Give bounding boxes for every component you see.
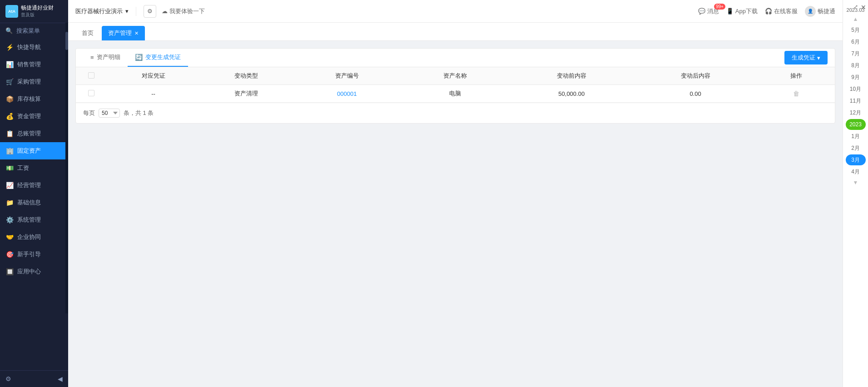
col-header-action: 操作 bbox=[757, 67, 835, 85]
sidebar-scroll: 🔍 搜索菜单 ⚡ 快捷导航 📊 销售管理 🛒 采购管理 📦 库存核算 💰 资金管… bbox=[0, 23, 68, 370]
sidebar-item-system[interactable]: ⚙️ 系统管理 bbox=[0, 211, 68, 228]
online-service-button[interactable]: 🎧 在线客服 bbox=[765, 7, 798, 15]
scroll-up-button[interactable]: ▲ bbox=[846, 15, 866, 24]
inventory-icon: 📦 bbox=[5, 95, 14, 103]
sidebar-item-label-quick-nav: 快捷导航 bbox=[17, 43, 41, 51]
row-select-checkbox[interactable] bbox=[88, 90, 94, 96]
sidebar-item-label-ledger: 总账管理 bbox=[17, 129, 41, 138]
sub-tab-asset-detail[interactable]: ≡ 资产明细 bbox=[83, 49, 128, 67]
company-selector[interactable]: 医疗器械行业演示 ▾ bbox=[75, 7, 129, 15]
main-card: ≡ 资产明细 🔄 变更生成凭证 生成凭证 ▾ bbox=[75, 48, 835, 124]
cloud-icon: ☁ bbox=[162, 8, 168, 15]
logo-icon: AtA bbox=[5, 5, 18, 18]
message-button[interactable]: 💬 消息 99+ bbox=[698, 7, 719, 15]
sidebar-item-label-salary: 工资 bbox=[17, 164, 29, 172]
month-item-8月[interactable]: 8月 bbox=[846, 60, 866, 71]
sidebar-item-label-purchase: 采购管理 bbox=[17, 78, 41, 86]
settings-button[interactable]: ⚙ bbox=[144, 5, 156, 18]
sidebar-item-basic-info[interactable]: 📁 基础信息 bbox=[0, 194, 68, 211]
sidebar-item-purchase[interactable]: 🛒 采购管理 bbox=[0, 73, 68, 90]
ledger-icon: 📋 bbox=[5, 129, 14, 138]
month-item-10月[interactable]: 10月 bbox=[846, 84, 866, 94]
settings-bottom-icon[interactable]: ⚙ bbox=[5, 375, 11, 382]
year-2023-label[interactable]: 2023 bbox=[846, 119, 866, 130]
sidebar-item-fixed-assets[interactable]: 🏢 固定资产 bbox=[0, 142, 68, 159]
sales-icon: 📊 bbox=[5, 60, 14, 69]
download-icon: 📱 bbox=[726, 8, 734, 15]
assets-table: 对应凭证 变动类型 资产编号 资产名称 变动前内容 变动后内容 操作 -- 资产… bbox=[76, 67, 835, 103]
search-icon: 🔍 bbox=[5, 27, 13, 34]
month-item-6月[interactable]: 6月 bbox=[846, 36, 866, 47]
sidebar-item-label-inventory: 库存核算 bbox=[17, 95, 41, 103]
change-icon: 🔄 bbox=[135, 54, 143, 61]
row-before-content: 50,000.00 bbox=[510, 85, 634, 103]
sub-tabs-bar: ≡ 资产明细 🔄 变更生成凭证 生成凭证 ▾ bbox=[76, 49, 835, 67]
close-right-panel-icon[interactable]: ✕ bbox=[861, 4, 866, 11]
funds-icon: 💰 bbox=[5, 112, 14, 120]
app-download-button[interactable]: 📱 App下载 bbox=[726, 7, 758, 15]
month-item-7月[interactable]: 7月 bbox=[846, 48, 866, 59]
experience-button[interactable]: ☁ 我要体验一下 bbox=[162, 7, 205, 15]
month-item-4月[interactable]: 4月 bbox=[846, 166, 866, 177]
sidebar-item-inventory[interactable]: 📦 库存核算 bbox=[0, 90, 68, 108]
sidebar-item-ledger[interactable]: 📋 总账管理 bbox=[0, 125, 68, 142]
sidebar-item-enterprise[interactable]: 🤝 企业协同 bbox=[0, 228, 68, 246]
select-all-checkbox[interactable] bbox=[88, 72, 94, 79]
enterprise-icon: 🤝 bbox=[5, 233, 14, 241]
row-asset-name: 电脑 bbox=[401, 85, 510, 103]
month-item-3月[interactable]: 3月 bbox=[846, 154, 866, 165]
sidebar-item-label-guide: 新手引导 bbox=[17, 250, 41, 258]
month-item-1月[interactable]: 1月 bbox=[846, 131, 866, 142]
expand-icon[interactable]: ⤢ bbox=[853, 4, 858, 10]
sidebar-search[interactable]: 🔍 搜索菜单 bbox=[0, 23, 68, 39]
basic-info-icon: 📁 bbox=[5, 198, 14, 207]
purchase-icon: 🛒 bbox=[5, 78, 14, 86]
sidebar-item-label-sales: 销售管理 bbox=[17, 60, 41, 69]
tabs-bar: 首页 资产管理 ✕ bbox=[68, 23, 843, 41]
logo-text: 畅捷通好业财 bbox=[21, 5, 54, 12]
sidebar-item-quick-nav[interactable]: ⚡ 快捷导航 bbox=[0, 39, 68, 56]
month-item-11月[interactable]: 11月 bbox=[846, 95, 866, 106]
gear-icon: ⚙ bbox=[147, 8, 153, 15]
pagination-bar: 每页 10 20 50 100 条，共 1 条 bbox=[76, 103, 835, 123]
month-item-12月[interactable]: 12月 bbox=[846, 107, 866, 118]
month-item-9月[interactable]: 9月 bbox=[846, 72, 866, 83]
user-avatar: 👤 bbox=[805, 6, 816, 17]
month-list: ▲5月6月7月8月9月10月11月12月20231月2月3月4月▼ bbox=[843, 15, 868, 387]
user-icon: 👤 bbox=[808, 9, 813, 14]
dropdown-arrow-icon: ▾ bbox=[817, 55, 820, 61]
row-change-type: 资产清理 bbox=[200, 85, 293, 103]
collapse-icon[interactable]: ◀ bbox=[58, 375, 63, 382]
col-header-voucher: 对应凭证 bbox=[107, 67, 200, 85]
tab-asset-management[interactable]: 资产管理 ✕ bbox=[102, 26, 145, 40]
delete-row-icon[interactable]: 🗑 bbox=[793, 90, 799, 97]
sidebar-logo: AtA 畅捷通好业财 普及版 bbox=[0, 0, 68, 23]
month-item-2月[interactable]: 2月 bbox=[846, 143, 866, 154]
page-size-select[interactable]: 10 20 50 100 bbox=[99, 109, 120, 118]
col-header-type: 变动类型 bbox=[200, 67, 293, 85]
sub-tab-generate-voucher[interactable]: 🔄 变更生成凭证 bbox=[128, 49, 188, 67]
generate-voucher-button[interactable]: 生成凭证 ▾ bbox=[784, 51, 828, 64]
sidebar-item-app-center[interactable]: 🔲 应用中心 bbox=[0, 263, 68, 280]
salary-icon: 💵 bbox=[5, 164, 14, 172]
sidebar-item-operations[interactable]: 📈 经营管理 bbox=[0, 177, 68, 194]
sidebar-item-funds[interactable]: 💰 资金管理 bbox=[0, 108, 68, 125]
month-item-5月[interactable]: 5月 bbox=[846, 25, 866, 35]
chevron-down-icon: ▼ bbox=[853, 179, 858, 186]
row-checkbox[interactable] bbox=[76, 85, 107, 103]
table-wrap: 对应凭证 变动类型 资产编号 资产名称 变动前内容 变动后内容 操作 -- 资产… bbox=[76, 67, 835, 103]
sidebar-item-salary[interactable]: 💵 工资 bbox=[0, 159, 68, 177]
system-icon: ⚙️ bbox=[5, 216, 14, 224]
row-after-content: 0.00 bbox=[634, 85, 758, 103]
scroll-down-button[interactable]: ▼ bbox=[846, 178, 866, 187]
service-icon: 🎧 bbox=[765, 8, 772, 15]
topbar-right: 💬 消息 99+ 📱 App下载 🎧 在线客服 👤 畅捷通 bbox=[698, 6, 835, 17]
tab-home[interactable]: 首页 bbox=[75, 26, 100, 40]
sidebar-item-guide[interactable]: 🎯 新手引导 bbox=[0, 246, 68, 263]
user-menu[interactable]: 👤 畅捷通 bbox=[805, 6, 835, 17]
sidebar-item-label-fixed-assets: 固定资产 bbox=[17, 147, 41, 155]
operations-icon: 📈 bbox=[5, 181, 14, 189]
topbar-divider bbox=[136, 7, 136, 16]
tab-close-icon[interactable]: ✕ bbox=[134, 30, 139, 36]
sidebar-item-sales[interactable]: 📊 销售管理 bbox=[0, 56, 68, 73]
